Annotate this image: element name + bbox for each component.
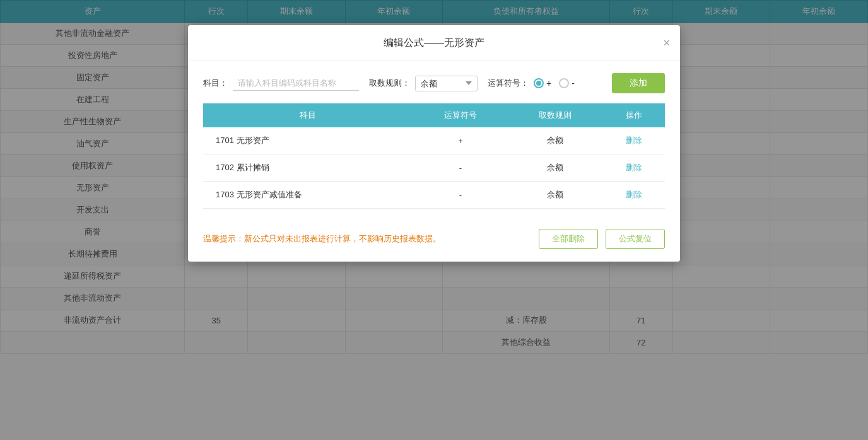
formula-subject: 1702 累计摊销 (203, 154, 413, 182)
fetch-rule-label: 取数规则： (369, 78, 410, 89)
formula-subject: 1701 无形资产 (203, 127, 413, 154)
footer-tip: 温馨提示：新公式只对未出报表进行计算，不影响历史报表数据。 (203, 233, 441, 245)
formula-table-wrap: 科目 运算符号 取数规则 操作 1701 无形资产+余额删除1702 累计摊销-… (188, 103, 680, 219)
table-header-row: 科目 运算符号 取数规则 操作 (203, 103, 665, 127)
fetch-rule-group: 取数规则： 余额 借方发生额 贷方发生额 借方余额 贷方余额 (369, 76, 478, 91)
add-button[interactable]: 添加 (612, 73, 665, 93)
delete-all-button[interactable]: 全部删除 (539, 229, 598, 249)
formula-fetch-rule: 余额 (508, 127, 602, 154)
radio-plus-circle (534, 78, 544, 88)
formula-operator: - (413, 182, 508, 209)
col-subject: 科目 (203, 103, 413, 127)
subject-input[interactable] (233, 76, 359, 91)
formula-table: 科目 运算符号 取数规则 操作 1701 无形资产+余额删除1702 累计摊销-… (203, 103, 665, 209)
footer-buttons: 全部删除 公式复位 (539, 229, 665, 249)
modal-footer: 温馨提示：新公式只对未出报表进行计算，不影响历史报表数据。 全部删除 公式复位 (188, 219, 680, 262)
operator-label: 运算符号： (488, 78, 529, 89)
radio-plus[interactable]: + (534, 78, 551, 88)
edit-formula-modal: 编辑公式——无形资产 × 科目： 取数规则： 余额 借方发生额 贷方发生额 借方… (188, 25, 680, 262)
radio-minus[interactable]: - (559, 78, 575, 88)
formula-operator: - (413, 154, 508, 182)
modal-close-button[interactable]: × (663, 37, 670, 49)
delete-row-button[interactable]: 删除 (626, 135, 642, 146)
formula-operator: + (413, 127, 508, 154)
operator-radio-group: + - (534, 78, 575, 88)
formula-fetch-rule: 余额 (508, 154, 602, 182)
radio-plus-label: + (546, 78, 551, 88)
formula-row: 1701 无形资产+余额删除 (203, 127, 665, 154)
radio-minus-label: - (572, 78, 575, 88)
delete-row-button[interactable]: 删除 (626, 162, 642, 173)
formula-action: 删除 (602, 182, 665, 209)
subject-label: 科目： (203, 78, 228, 89)
formula-row: 1703 无形资产减值准备-余额删除 (203, 182, 665, 209)
formula-action: 删除 (602, 127, 665, 154)
reset-formula-button[interactable]: 公式复位 (606, 229, 665, 249)
modal-overlay: 编辑公式——无形资产 × 科目： 取数规则： 余额 借方发生额 贷方发生额 借方… (0, 0, 868, 440)
footer-tip-text: 温馨提示：新公式只对未出报表进行计算，不影响历史报表数据。 (203, 234, 441, 243)
subject-group: 科目： (203, 76, 359, 91)
formula-fetch-rule: 余额 (508, 182, 602, 209)
radio-minus-circle (559, 78, 569, 88)
formula-row: 1702 累计摊销-余额删除 (203, 154, 665, 182)
fetch-rule-select[interactable]: 余额 借方发生额 贷方发生额 借方余额 贷方余额 (415, 76, 478, 91)
operator-group: 运算符号： + - (488, 78, 575, 89)
col-action: 操作 (602, 103, 665, 127)
delete-row-button[interactable]: 删除 (626, 189, 642, 200)
modal-header: 编辑公式——无形资产 × (188, 25, 680, 61)
col-operator: 运算符号 (413, 103, 508, 127)
modal-title: 编辑公式——无形资产 (384, 37, 484, 50)
col-fetch-rule: 取数规则 (508, 103, 602, 127)
formula-subject: 1703 无形资产减值准备 (203, 182, 413, 209)
formula-form: 科目： 取数规则： 余额 借方发生额 贷方发生额 借方余额 贷方余额 运算符号： (188, 61, 680, 103)
formula-action: 删除 (602, 154, 665, 182)
fetch-rule-select-wrap: 余额 借方发生额 贷方发生额 借方余额 贷方余额 (415, 76, 478, 91)
